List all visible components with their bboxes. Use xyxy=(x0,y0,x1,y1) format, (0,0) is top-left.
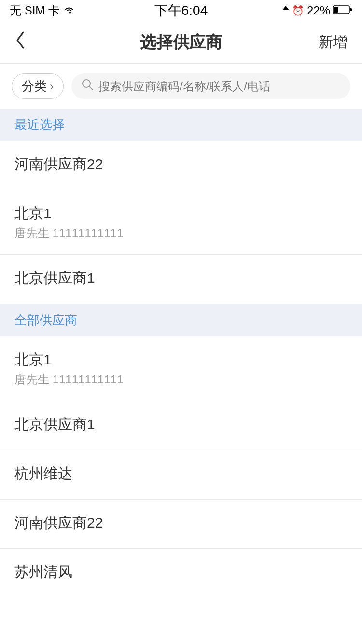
item-name: 河南供应商22 xyxy=(14,513,348,533)
list-item[interactable]: 北京供应商1 xyxy=(0,401,362,450)
svg-rect-1 xyxy=(334,7,338,13)
svg-rect-2 xyxy=(350,8,352,11)
filter-bar: 分类 › xyxy=(0,64,362,109)
svg-line-4 xyxy=(89,86,93,90)
item-sub: 唐先生 11111111111 xyxy=(14,225,348,241)
category-label: 分类 xyxy=(22,78,47,95)
location-icon xyxy=(282,4,289,17)
status-left: 无 SIM 卡 xyxy=(10,3,74,18)
recent-section-header: 最近选择 xyxy=(0,109,362,141)
list-item[interactable]: 北京供应商1 xyxy=(0,255,362,304)
wifi-icon xyxy=(64,4,74,17)
item-sub: 唐先生 11111111111 xyxy=(14,372,348,387)
back-button[interactable] xyxy=(14,30,43,54)
search-box xyxy=(71,73,350,99)
recent-list: 河南供应商22北京1唐先生 11111111111北京供应商1 xyxy=(0,141,362,304)
all-list: 北京1唐先生 11111111111北京供应商1杭州维达河南供应商22苏州清风 xyxy=(0,336,362,598)
status-bar: 无 SIM 卡 下午6:04 ⏰ 22% xyxy=(0,0,362,21)
item-name: 北京供应商1 xyxy=(14,415,348,434)
item-name: 苏州清风 xyxy=(14,562,348,582)
list-item[interactable]: 苏州清风 xyxy=(0,549,362,598)
search-icon xyxy=(81,78,94,94)
nav-bar: 选择供应商 新增 xyxy=(0,21,362,64)
list-item[interactable]: 河南供应商22 xyxy=(0,141,362,190)
add-button[interactable]: 新增 xyxy=(319,32,348,52)
search-input[interactable] xyxy=(98,80,341,93)
battery-percent: 22% xyxy=(307,4,330,17)
all-section-header: 全部供应商 xyxy=(0,304,362,336)
list-item[interactable]: 北京1唐先生 11111111111 xyxy=(0,190,362,255)
item-name: 河南供应商22 xyxy=(14,154,348,174)
category-filter[interactable]: 分类 › xyxy=(12,73,64,99)
page-title: 选择供应商 xyxy=(140,31,222,54)
list-item[interactable]: 杭州维达 xyxy=(0,450,362,500)
item-name: 北京1 xyxy=(14,204,348,224)
carrier-label: 无 SIM 卡 xyxy=(10,3,60,18)
alarm-icon: ⏰ xyxy=(292,5,304,16)
list-item[interactable]: 河南供应商22 xyxy=(0,500,362,549)
battery-icon xyxy=(333,4,352,17)
status-time: 下午6:04 xyxy=(154,1,208,20)
status-right: ⏰ 22% xyxy=(282,4,352,17)
list-item[interactable]: 北京1唐先生 11111111111 xyxy=(0,336,362,401)
chevron-right-icon: › xyxy=(50,80,54,93)
item-name: 杭州维达 xyxy=(14,464,348,484)
item-name: 北京1 xyxy=(14,350,348,370)
item-name: 北京供应商1 xyxy=(14,268,348,288)
